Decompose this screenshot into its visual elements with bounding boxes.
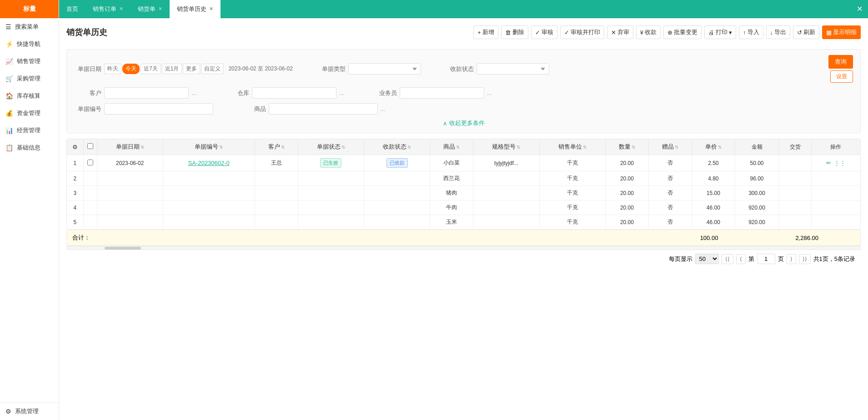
abandon-button[interactable]: ✕ 弃审 <box>607 25 633 39</box>
table-settings-icon[interactable]: ⚙ <box>72 144 78 150</box>
cell-checkbox <box>83 186 97 200</box>
sidebar-item-finance-mgmt[interactable]: 💰 资金管理 <box>0 105 59 122</box>
goods-more-icon[interactable]: ... <box>381 105 386 112</box>
salesperson-more-icon[interactable]: ... <box>487 90 492 96</box>
customer-more-icon[interactable]: ... <box>191 90 196 96</box>
warehouse-more-icon[interactable]: ... <box>339 90 344 96</box>
collapse-filter-button[interactable]: ∧ 收起更多条件 <box>74 119 853 127</box>
abandon-icon: ✕ <box>611 29 616 36</box>
last-page-button[interactable]: ⟩⟩ <box>799 254 811 264</box>
tab-sales-order-label: 销售订单 <box>93 5 116 13</box>
batch-change-button[interactable]: ⊕ 批量变更 <box>663 25 702 39</box>
sidebar-item-purchase-mgmt[interactable]: 🛒 采购管理 <box>0 70 59 87</box>
close-sales-order-icon[interactable]: ✕ <box>119 6 123 12</box>
scroll-thumb[interactable] <box>105 247 141 250</box>
cell-row-num: 2 <box>67 171 83 186</box>
doc-no-link[interactable]: SA-20230602-0 <box>188 160 230 166</box>
cell-action: ✏⋮⋮ <box>811 155 860 171</box>
export-label: 导出 <box>774 28 786 36</box>
th-gift[interactable]: 赠品⇅ <box>648 139 692 155</box>
sidebar-item-system-mgmt[interactable]: ⚙ 系统管理 <box>0 403 59 420</box>
cell-doc-status <box>298 215 364 230</box>
sort-gift-icon: ⇅ <box>675 145 678 150</box>
th-customer[interactable]: 客户⇅ <box>255 139 298 155</box>
close-sales-history-icon[interactable]: ✕ <box>209 6 213 12</box>
sidebar-item-inventory[interactable]: 🏠 库存核算 <box>0 87 59 105</box>
th-qty[interactable]: 数量⇅ <box>605 139 648 155</box>
payment-status-select[interactable] <box>477 63 549 75</box>
date-btn-custom[interactable]: 自定义 <box>201 64 224 74</box>
sidebar-item-sales-mgmt[interactable]: 📈 销售管理 <box>0 53 59 70</box>
date-btn-more[interactable]: 更多 <box>183 64 200 74</box>
th-payment-status[interactable]: 收款状态⇅ <box>364 139 430 155</box>
per-page-select[interactable]: 50 100 200 <box>695 254 719 264</box>
warehouse-input[interactable] <box>252 87 336 99</box>
action-edit-icon[interactable]: ✏ <box>826 160 831 166</box>
cell-gift: 否 <box>648 186 692 200</box>
goods-input[interactable] <box>269 103 378 115</box>
cell-qty: 20.00 <box>605 200 648 215</box>
next-page-button[interactable]: ⟩ <box>787 254 796 264</box>
th-doc-no[interactable]: 单据编号⇅ <box>163 139 255 155</box>
data-table: ⚙ 单据日期⇅ 单据编号⇅ 客户⇅ <box>66 139 861 230</box>
sidebar-item-base-info[interactable]: 📋 基础信息 <box>0 139 59 156</box>
sidebar-item-quick-nav[interactable]: ⚡ 快捷导航 <box>0 35 59 53</box>
tab-sales-goods[interactable]: 销货单 ✕ <box>130 0 170 18</box>
tab-sales-history[interactable]: 销货单历史 ✕ <box>170 0 221 18</box>
show-detail-button[interactable]: ▦ 显示明细 <box>822 25 861 39</box>
close-sales-goods-icon[interactable]: ✕ <box>158 6 162 12</box>
sort-customer-icon: ⇅ <box>281 145 285 150</box>
prev-page-button[interactable]: ⟨ <box>736 254 746 264</box>
sales-icon: 📈 <box>5 58 13 65</box>
date-btn-7days[interactable]: 近7天 <box>140 64 161 74</box>
cell-transaction <box>779 215 812 230</box>
date-btn-yesterday[interactable]: 昨天 <box>104 64 121 74</box>
th-doc-date[interactable]: 单据日期⇅ <box>97 139 163 155</box>
refresh-button[interactable]: ↺ 刷新 <box>793 25 819 39</box>
cell-doc-no <box>163 215 255 230</box>
th-doc-status[interactable]: 单据状态⇅ <box>298 139 364 155</box>
th-goods[interactable]: 商品⇅ <box>430 139 473 155</box>
th-spec-type[interactable]: 规格型号⇅ <box>473 139 539 155</box>
collect-button[interactable]: ¥ 收款 <box>636 25 661 39</box>
page-number-input[interactable] <box>757 254 775 264</box>
sort-qty-icon: ⇅ <box>632 145 635 150</box>
filter-setting-button[interactable]: 设置 <box>830 70 853 83</box>
doc-no-input[interactable] <box>104 103 213 115</box>
cell-goods: 猪肉 <box>430 186 473 200</box>
goods-filter: 商品 ... <box>239 103 386 115</box>
sidebar-item-operations-mgmt[interactable]: 📊 经营管理 <box>0 122 59 139</box>
audit-print-button[interactable]: ✓ 审核并打印 <box>560 25 604 39</box>
th-settings[interactable]: ⚙ <box>67 139 83 155</box>
customer-input[interactable] <box>104 87 189 99</box>
cell-gift: 否 <box>648 171 692 186</box>
first-page-button[interactable]: ⟨⟨ <box>722 254 733 264</box>
cell-row-num: 4 <box>67 200 83 215</box>
horizontal-scrollbar[interactable] <box>66 246 861 250</box>
add-icon: + <box>477 29 481 36</box>
import-button[interactable]: ↑ 导入 <box>739 25 763 39</box>
export-button[interactable]: ↓ 导出 <box>766 25 791 39</box>
close-all-tabs-button[interactable]: ✕ <box>851 5 868 13</box>
action-more-icon[interactable]: ⋮⋮ <box>834 160 846 166</box>
sort-doc-no-icon: ⇅ <box>219 145 223 150</box>
date-btn-1month[interactable]: 近1月 <box>162 64 182 74</box>
sidebar-item-search-menu[interactable]: ☰ 搜索菜单 <box>0 18 59 35</box>
salesperson-input[interactable] <box>400 87 484 99</box>
th-unit-price[interactable]: 单价⇅ <box>692 139 735 155</box>
audit-button[interactable]: ✓ 审核 <box>531 25 557 39</box>
print-button[interactable]: 🖨 打印 ▾ <box>704 25 736 39</box>
cell-action <box>811 215 860 230</box>
select-all-checkbox[interactable] <box>87 143 93 149</box>
th-sales-unit[interactable]: 销售单位⇅ <box>539 139 605 155</box>
query-button[interactable]: 查询 <box>828 55 853 69</box>
tab-sales-order[interactable]: 销售订单 ✕ <box>85 0 130 18</box>
date-btn-today[interactable]: 今天 <box>122 64 140 74</box>
add-button[interactable]: + 新增 <box>473 25 498 39</box>
tab-sales-goods-label: 销货单 <box>138 5 156 13</box>
th-transaction: 交货 <box>779 139 812 155</box>
tab-home[interactable]: 首页 <box>59 0 85 18</box>
th-amount: 金额 <box>735 139 778 155</box>
delete-button[interactable]: 🗑 删除 <box>501 25 528 39</box>
doc-type-select[interactable] <box>348 63 421 75</box>
